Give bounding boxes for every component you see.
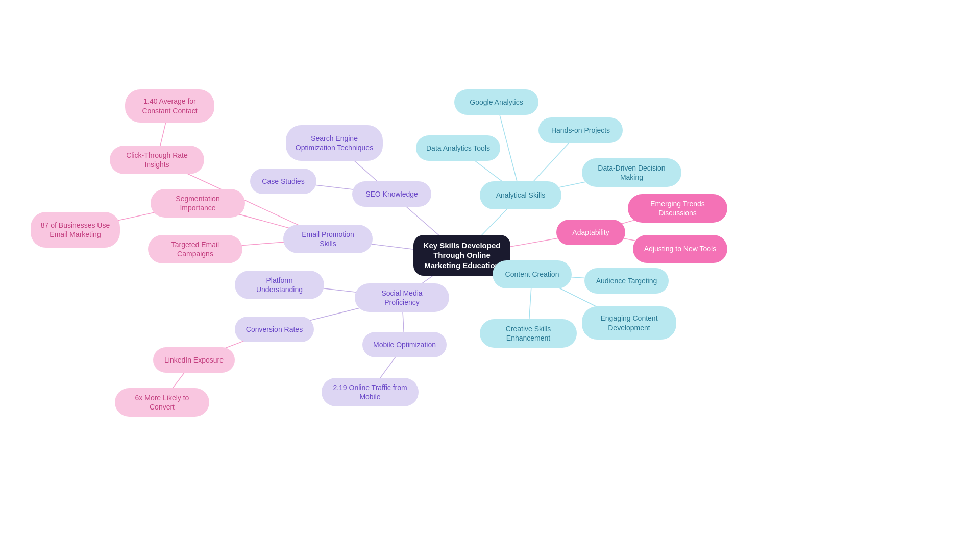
- mindmap-container: Key Skills Developed Through Online Mark…: [0, 0, 980, 553]
- node-seo_knowledge[interactable]: SEO Knowledge: [352, 181, 431, 207]
- node-adjusting_tools[interactable]: Adjusting to New Tools: [633, 235, 727, 263]
- node-adaptability[interactable]: Adaptability: [556, 220, 625, 245]
- node-google_analytics[interactable]: Google Analytics: [454, 89, 538, 115]
- node-targeted_campaigns[interactable]: Targeted Email Campaigns: [148, 235, 242, 263]
- node-avg_constant[interactable]: 1.40 Average for Constant Contact: [125, 89, 214, 123]
- node-hands_on_projects[interactable]: Hands-on Projects: [538, 117, 623, 143]
- node-email_marketing_stat[interactable]: 87 of Businesses Use Email Marketing: [31, 212, 120, 248]
- node-platform_understanding[interactable]: Platform Understanding: [235, 271, 324, 299]
- node-audience_targeting[interactable]: Audience Targeting: [584, 268, 669, 294]
- node-mobile_optimization[interactable]: Mobile Optimization: [362, 332, 447, 357]
- node-click_through[interactable]: Click-Through Rate Insights: [110, 146, 204, 174]
- node-conversion_rates[interactable]: Conversion Rates: [235, 317, 314, 342]
- node-data_analytics_tools[interactable]: Data Analytics Tools: [416, 135, 500, 161]
- node-linkedin_exposure[interactable]: LinkedIn Exposure: [153, 347, 235, 373]
- node-case_studies[interactable]: Case Studies: [250, 169, 316, 194]
- node-online_traffic[interactable]: 2.19 Online Traffic from Mobile: [322, 378, 419, 406]
- node-content_creation[interactable]: Content Creation: [493, 260, 572, 288]
- node-email_promotion[interactable]: Email Promotion Skills: [283, 225, 373, 253]
- node-analytical_skills[interactable]: Analytical Skills: [480, 181, 561, 209]
- node-segmentation[interactable]: Segmentation Importance: [151, 189, 245, 218]
- node-search_engine[interactable]: Search Engine Optimization Techniques: [286, 125, 383, 161]
- node-engaging_content[interactable]: Engaging Content Development: [582, 306, 676, 340]
- node-six_more_likely[interactable]: 6x More Likely to Convert: [115, 388, 209, 417]
- node-social_media[interactable]: Social Media Proficiency: [355, 283, 449, 312]
- node-creative_skills[interactable]: Creative Skills Enhancement: [480, 319, 577, 348]
- node-data_driven[interactable]: Data-Driven Decision Making: [582, 158, 681, 187]
- connections-svg: [0, 0, 980, 553]
- node-emerging_trends[interactable]: Emerging Trends Discussions: [628, 194, 727, 223]
